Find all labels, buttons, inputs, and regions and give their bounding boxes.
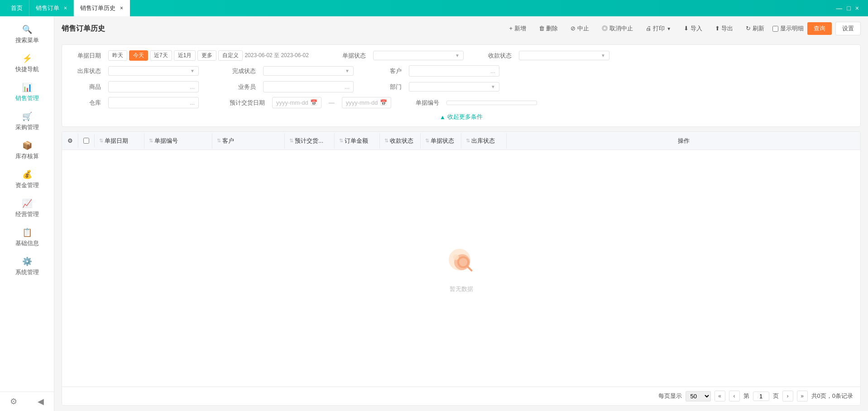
import-button[interactable]: ⬇ 导入 — [679, 22, 707, 35]
th-bill-date[interactable]: ⇅ 单据日期 — [95, 133, 144, 149]
out-stock-status-label: 出库状态 — [69, 67, 101, 75]
tab-sales-order-history-close[interactable]: × — [120, 5, 123, 11]
goods-input[interactable]: ... — [108, 81, 199, 92]
sidebar-item-sys-mgmt[interactable]: ⚙️ 系统管理 — [0, 252, 54, 281]
refresh-button[interactable]: ↻ 刷新 — [741, 22, 769, 35]
th-settings[interactable]: ⚙ — [62, 134, 78, 148]
show-detail-checkbox-label[interactable]: 显示明细 — [772, 24, 804, 33]
total-records: 共0页，0条记录 — [811, 392, 853, 400]
customer-label: 客户 — [370, 67, 402, 75]
calendar-end-icon[interactable]: 📅 — [380, 99, 387, 106]
page-number-input[interactable] — [753, 392, 769, 401]
delivery-date-end-input[interactable]: yyyy-mm-dd 📅 — [342, 97, 391, 108]
date-btn-7days[interactable]: 近7天 — [150, 50, 172, 61]
complete-status-select[interactable]: ▼ — [263, 66, 354, 76]
date-btn-today[interactable]: 今天 — [129, 50, 148, 61]
date-btn-more[interactable]: 更多 — [197, 50, 216, 61]
filter-row-1: 单据日期 昨天 今天 近7天 近1月 更多 自定义 2023-06-02 至 2… — [69, 50, 853, 61]
topbar-close[interactable]: × — [855, 5, 859, 12]
th-bill-sort-icon: ⇅ — [425, 138, 429, 144]
dept-dropdown-icon: ▼ — [491, 84, 495, 89]
delete-button[interactable]: 🗑 删除 — [534, 22, 563, 35]
date-btn-yesterday[interactable]: 昨天 — [108, 50, 127, 61]
show-detail-checkbox[interactable] — [772, 26, 778, 32]
page-size-select[interactable]: 50 10 20 100 — [686, 391, 711, 401]
sidebar-item-quick-nav[interactable]: ⚡ 快捷导航 — [0, 49, 54, 78]
th-delivery-date[interactable]: ⇅ 预计交货... — [285, 133, 335, 149]
new-button[interactable]: + 新增 — [505, 22, 531, 35]
warehouse-browse-icon[interactable]: ... — [190, 99, 195, 106]
th-bill-number[interactable]: ⇅ 单据编号 — [144, 133, 212, 149]
select-all-checkbox[interactable] — [83, 138, 89, 144]
sidebar-item-finance[interactable]: 💰 资金管理 — [0, 165, 54, 194]
salesperson-input[interactable]: ... — [263, 81, 354, 92]
next-page-button[interactable]: › — [782, 391, 793, 401]
complete-status-label: 完成状态 — [224, 67, 256, 75]
th-sort-icon: ⇅ — [99, 138, 103, 144]
th-payment-sort-icon: ⇅ — [384, 138, 388, 144]
date-btn-1month[interactable]: 近1月 — [174, 50, 196, 61]
filter-row-4: 仓库 ... 预计交货日期 yyyy-mm-dd 📅 — yyyy-mm-dd … — [69, 97, 853, 108]
th-customer[interactable]: ⇅ 客户 — [212, 133, 285, 149]
finance-icon: 💰 — [22, 169, 32, 179]
salesperson-browse-icon[interactable]: ... — [345, 83, 350, 90]
prev-page-button[interactable]: ‹ — [729, 391, 740, 401]
bill-status-select[interactable]: ▼ — [373, 51, 464, 60]
sidebar-item-operations[interactable]: 📈 经营管理 — [0, 194, 54, 223]
filter-panel: 单据日期 昨天 今天 近7天 近1月 更多 自定义 2023-06-02 至 2… — [62, 44, 861, 127]
customer-browse-icon[interactable]: ... — [490, 68, 495, 74]
sidebar-item-search-menu[interactable]: 🔍 搜索菜单 — [0, 20, 54, 49]
last-page-button[interactable]: » — [797, 391, 808, 401]
first-page-button[interactable]: « — [715, 391, 725, 401]
sidebar-item-inventory[interactable]: 📦 库存核算 — [0, 136, 54, 165]
stop-button[interactable]: ⊘ 中止 — [566, 22, 594, 35]
print-button[interactable]: 🖨 打印 ▼ — [641, 22, 676, 35]
sidebar-bottom: ⚙ ◀ — [0, 392, 54, 411]
sidebar-item-basic-info[interactable]: 📋 基础信息 — [0, 223, 54, 252]
th-outstock-sort-icon: ⇅ — [466, 138, 470, 144]
cancel-stop-button[interactable]: ◎ 取消中止 — [597, 22, 638, 35]
bill-number-input[interactable] — [446, 101, 537, 105]
tab-home[interactable]: 首页 — [5, 0, 29, 16]
sidebar-item-sales-mgmt[interactable]: 📊 销售管理 — [0, 78, 54, 107]
empty-state: 暂无数据 — [62, 150, 860, 387]
delivery-date-start-input[interactable]: yyyy-mm-dd 📅 — [272, 97, 321, 108]
th-checkbox[interactable] — [78, 134, 95, 147]
sys-mgmt-icon: ⚙️ — [22, 256, 32, 266]
filter-row-3: 商品 ... 业务员 ... 部门 ▼ — [69, 81, 853, 92]
warehouse-input[interactable]: ... — [108, 97, 199, 108]
goods-browse-icon[interactable]: ... — [190, 83, 195, 90]
warehouse-label: 仓库 — [69, 99, 101, 107]
export-button[interactable]: ⬆ 导出 — [710, 22, 738, 35]
th-order-amount[interactable]: ⇅ 订单金额 — [335, 133, 380, 149]
topbar-maximize[interactable]: □ — [847, 5, 850, 12]
dept-select[interactable]: ▼ — [409, 82, 499, 92]
page-size-label: 每页显示 — [658, 392, 682, 400]
sales-mgmt-icon: 📊 — [22, 82, 32, 92]
bill-status-label: 单据状态 — [334, 52, 366, 60]
th-bill-status[interactable]: ⇅ 单据状态 — [421, 133, 461, 149]
th-out-stock-status[interactable]: ⇅ 出库状态 — [461, 133, 507, 149]
topbar-minimize[interactable]: — — [836, 5, 842, 12]
th-payment-status[interactable]: ⇅ 收款状态 — [380, 133, 421, 149]
date-quick-group: 昨天 今天 近7天 近1月 更多 自定义 2023-06-02 至 2023-0… — [108, 50, 309, 61]
collapse-filter-row[interactable]: ▲ 收起更多条件 — [69, 113, 853, 121]
payment-status-label: 收款状态 — [480, 52, 512, 60]
tab-sales-order-close[interactable]: × — [64, 5, 67, 11]
pagination-bar: 每页显示 50 10 20 100 « ‹ 第 页 › » 共0页，0条记录 — [62, 387, 860, 405]
tab-sales-order[interactable]: 销售订单 × — [29, 0, 74, 16]
sidebar-settings-icon[interactable]: ⚙ — [10, 396, 17, 406]
date-btn-custom[interactable]: 自定义 — [218, 50, 243, 61]
customer-input[interactable]: ... — [409, 65, 499, 77]
out-stock-status-select[interactable]: ▼ — [108, 66, 199, 76]
svg-line-3 — [467, 266, 471, 271]
calendar-start-icon[interactable]: 📅 — [310, 99, 317, 106]
settings-icon[interactable]: ⚙ — [67, 137, 73, 144]
settings-button[interactable]: 设置 — [835, 22, 861, 35]
tab-sales-order-history[interactable]: 销售订单历史 × — [74, 0, 130, 16]
query-button[interactable]: 查询 — [807, 22, 832, 35]
sidebar-item-purchase-mgmt[interactable]: 🛒 采购管理 — [0, 107, 54, 136]
sidebar-collapse-icon[interactable]: ◀ — [38, 396, 44, 406]
table-header: ⚙ ⇅ 单据日期 ⇅ 单据编号 ⇅ 客户 ⇅ — [62, 132, 860, 150]
payment-status-select[interactable]: ▼ — [519, 51, 609, 60]
